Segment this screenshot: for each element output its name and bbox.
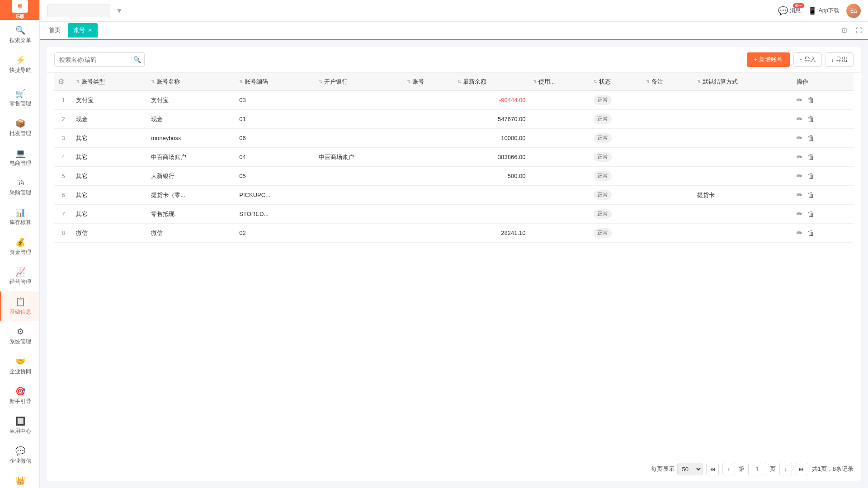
sidebar-item-search[interactable]: 🔍 搜索菜单 bbox=[0, 20, 39, 50]
delete-button[interactable]: 🗑 bbox=[807, 191, 815, 199]
app-logo: 畅 乐版 bbox=[0, 0, 40, 20]
table-row: 8 微信 微信 02 28241.10 正常 ✏ 🗑 bbox=[54, 224, 854, 243]
edit-button[interactable]: ✏ bbox=[797, 191, 802, 199]
tab-account[interactable]: 账号 ✕ bbox=[68, 23, 98, 38]
th-account[interactable]: ⇅账号 bbox=[403, 73, 454, 91]
edit-button[interactable]: ✏ bbox=[797, 96, 802, 104]
first-page-button[interactable]: ⏮ bbox=[706, 463, 719, 475]
messages-label: 消息 bbox=[790, 7, 801, 14]
cell-index: 6 bbox=[54, 186, 72, 205]
page-number-input[interactable] bbox=[748, 463, 766, 475]
export-button[interactable]: ↓ 导出 bbox=[826, 52, 854, 67]
cell-action: ✏ 🗑 bbox=[793, 110, 854, 129]
next-page-button[interactable]: › bbox=[779, 463, 792, 475]
delete-button[interactable]: 🗑 bbox=[807, 96, 815, 104]
cell-code: STORED... bbox=[236, 205, 315, 224]
app-download-button[interactable]: 📱 App下载 bbox=[808, 6, 839, 15]
cell-remark bbox=[642, 110, 693, 129]
avatar[interactable]: Ea bbox=[846, 4, 861, 18]
main-area: ▼ 💬 消息 99+ 📱 App下载 Ea 首页 账号 ✕ ⊡ bbox=[40, 0, 868, 488]
sidebar-item-label: 库存核算 bbox=[9, 219, 31, 226]
delete-button[interactable]: 🗑 bbox=[807, 229, 815, 237]
cell-balance: 383866.00 bbox=[454, 148, 529, 167]
cell-remark bbox=[642, 129, 693, 148]
th-type[interactable]: ⇅账号类型 bbox=[72, 73, 147, 91]
tab-restore-button[interactable]: ⊡ bbox=[839, 25, 850, 36]
sidebar-item-system[interactable]: ⚙ 系统管理 bbox=[0, 321, 39, 351]
tab-home[interactable]: 首页 bbox=[43, 23, 66, 38]
header-dropdown-icon[interactable]: ▼ bbox=[116, 7, 123, 15]
sidebar-item-enterprise-agreement[interactable]: 🤝 企业协同 bbox=[0, 351, 39, 381]
prev-page-button[interactable]: ‹ bbox=[722, 463, 735, 475]
shortcut-icon: ⚡ bbox=[15, 55, 25, 65]
cell-settlement bbox=[693, 205, 793, 224]
ecommerce-icon: 💻 bbox=[15, 148, 25, 158]
th-bank[interactable]: ⇅开户银行 bbox=[315, 73, 403, 91]
cell-index: 5 bbox=[54, 167, 72, 186]
edit-button[interactable]: ✏ bbox=[797, 115, 802, 123]
delete-button[interactable]: 🗑 bbox=[807, 210, 815, 218]
cell-bank bbox=[315, 205, 403, 224]
cell-code: 04 bbox=[236, 148, 315, 167]
sidebar-item-newbie[interactable]: 🎯 新手引导 bbox=[0, 381, 39, 411]
cell-action: ✏ 🗑 bbox=[793, 186, 854, 205]
add-account-button[interactable]: + 新增账号 bbox=[747, 52, 790, 67]
sidebar-item-operation[interactable]: 📈 经营管理 bbox=[0, 262, 39, 291]
global-search-input[interactable] bbox=[47, 5, 110, 17]
sidebar-item-label: 电商管理 bbox=[9, 160, 31, 167]
app-download-label: App下载 bbox=[819, 7, 839, 14]
tab-fullscreen-button[interactable]: ⛶ bbox=[854, 25, 864, 36]
th-gear[interactable]: ⚙ bbox=[54, 73, 72, 91]
sidebar-item-wholesale[interactable]: 📦 批发管理 bbox=[0, 113, 39, 143]
table-row: 1 支付宝 支付宝 03 -90444.00 正常 ✏ 🗑 bbox=[54, 91, 854, 110]
sidebar-item-app-center[interactable]: 🔲 应用中心 bbox=[0, 411, 39, 441]
phone-icon: 📱 bbox=[808, 6, 817, 15]
sidebar-item-ecommerce[interactable]: 💻 电商管理 bbox=[0, 143, 39, 173]
edit-button[interactable]: ✏ bbox=[797, 172, 802, 180]
cell-index: 2 bbox=[54, 110, 72, 129]
th-name[interactable]: ⇅账号名称 bbox=[147, 73, 236, 91]
page-size-select[interactable]: 50 100 200 bbox=[677, 463, 703, 475]
last-page-button[interactable]: ⏭ bbox=[796, 463, 808, 475]
edit-button[interactable]: ✏ bbox=[797, 229, 802, 237]
operation-icon: 📈 bbox=[15, 267, 25, 277]
th-code[interactable]: ⇅账号编码 bbox=[236, 73, 315, 91]
cell-settlement bbox=[693, 129, 793, 148]
sidebar-item-retail[interactable]: 🛒 零售管理 bbox=[0, 83, 39, 113]
import-button[interactable]: ↑ 导入 bbox=[793, 52, 822, 67]
search-submit-icon[interactable]: 🔍 bbox=[133, 56, 141, 63]
enterprise-agreement-icon: 🤝 bbox=[15, 357, 25, 366]
edit-button[interactable]: ✏ bbox=[797, 210, 802, 218]
delete-button[interactable]: 🗑 bbox=[807, 153, 815, 161]
sidebar-item-capital[interactable]: 💰 资金管理 bbox=[0, 232, 39, 262]
cell-settlement bbox=[693, 148, 793, 167]
sidebar-item-purchase[interactable]: 🛍 采购管理 bbox=[0, 173, 39, 202]
sidebar-item-inventory[interactable]: 📊 库存核算 bbox=[0, 202, 39, 232]
sidebar-item-enterprise-wechat[interactable]: 💬 企业微信 bbox=[0, 441, 39, 470]
account-search-input[interactable] bbox=[54, 52, 145, 67]
cell-settlement bbox=[693, 91, 793, 110]
delete-button[interactable]: 🗑 bbox=[807, 134, 815, 142]
search-wrap: 🔍 bbox=[54, 52, 145, 67]
cell-action: ✏ 🗑 bbox=[793, 167, 854, 186]
avatar-initials: Ea bbox=[850, 8, 857, 14]
th-settlement[interactable]: ⇅默认结算方式 bbox=[693, 73, 793, 91]
th-balance[interactable]: ⇅最新余额 bbox=[454, 73, 529, 91]
th-remark[interactable]: ⇅备注 bbox=[642, 73, 693, 91]
table-header-row: ⚙ ⇅账号类型 ⇅账号名称 ⇅账号编码 ⇅开户银行 ⇅账号 ⇅最新余额 ⇅使用.… bbox=[54, 73, 854, 91]
header-right: 💬 消息 99+ 📱 App下载 Ea bbox=[778, 4, 861, 18]
tab-close-icon[interactable]: ✕ bbox=[88, 27, 92, 33]
system-icon: ⚙ bbox=[17, 327, 24, 337]
messages-button[interactable]: 💬 消息 99+ bbox=[778, 6, 801, 16]
delete-button[interactable]: 🗑 bbox=[807, 115, 815, 123]
edit-button[interactable]: ✏ bbox=[797, 153, 802, 161]
edit-button[interactable]: ✏ bbox=[797, 134, 802, 142]
delete-button[interactable]: 🗑 bbox=[807, 172, 815, 180]
sidebar-item-vip[interactable]: 👑 畅会员 bbox=[0, 470, 39, 488]
th-status[interactable]: ⇅状态 bbox=[590, 73, 642, 91]
cell-name: moneybosx bbox=[147, 129, 236, 148]
sidebar-item-shortcut[interactable]: ⚡ 快捷导航 bbox=[0, 50, 39, 80]
th-usage[interactable]: ⇅使用... bbox=[529, 73, 590, 91]
sidebar-item-label: 资金管理 bbox=[9, 249, 31, 256]
sidebar-item-basic[interactable]: 📋 基础信息 bbox=[0, 291, 39, 321]
